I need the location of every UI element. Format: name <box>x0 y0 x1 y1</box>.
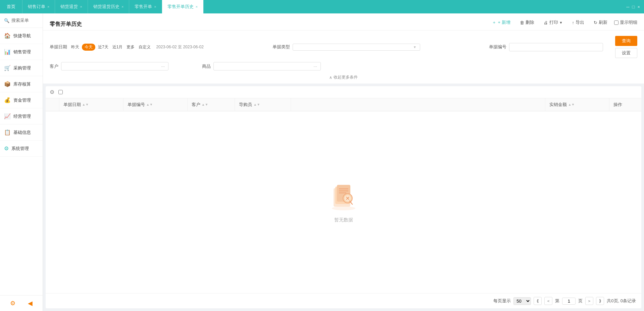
print-icon: 🖨 <box>544 20 548 25</box>
filter-date-item: 单据日期 昨天 今天 近7天 近1月 更多 自定义 2023-06-02 至 2… <box>50 44 204 51</box>
chevron-down-icon: ▼ <box>413 45 416 49</box>
data-table: 单据日期 ▲▼ 单据编号 ▲▼ 客户 <box>46 98 641 111</box>
filter-customer-select[interactable]: ··· <box>61 62 168 70</box>
page-prev-button[interactable]: ＜ <box>544 297 552 305</box>
filter-section: 单据日期 昨天 今天 近7天 近1月 更多 自定义 2023-06-02 至 2… <box>43 31 644 84</box>
page-size-select[interactable]: 50 10 20 100 <box>513 297 531 305</box>
tab-retail-open-label: 零售开单 <box>135 4 152 10</box>
print-button[interactable]: 🖨 打印 ▼ <box>541 18 565 27</box>
tab-sales-return-history-label: 销货退货历史 <box>93 4 119 10</box>
content-area: 零售开单历史 ＋ + 新增 🗑 删除 🖨 打印 ▼ ↑ 导出 <box>43 13 644 311</box>
delete-icon: 🗑 <box>520 20 524 25</box>
tab-sales-order-label: 销售订单 <box>28 4 45 10</box>
svg-point-0 <box>332 206 355 210</box>
delete-label: 删除 <box>526 19 534 25</box>
sidebar-item-purchase-mgmt[interactable]: 🛒 采购管理 <box>0 60 43 76</box>
pagination: 每页显示 50 10 20 100 ⟪ ＜ 第 页 ＞ ⟫ 共0页, 0条记录 <box>46 293 641 308</box>
tab-retail-open-history-close[interactable]: × <box>196 5 198 9</box>
sidebar-item-purchase-mgmt-label: 采购管理 <box>13 65 31 71</box>
sidebar-item-finance[interactable]: 💰 资金管理 <box>0 92 43 108</box>
tab-sales-return-close[interactable]: × <box>80 5 82 9</box>
sidebar-item-system[interactable]: ⚙ 系统管理 <box>0 141 43 157</box>
page-size-label: 每页显示 <box>493 298 511 304</box>
th-action: 操作 <box>609 98 641 111</box>
refresh-label: 刷新 <box>599 19 607 25</box>
query-button[interactable]: 查询 <box>615 36 637 46</box>
sidebar-item-basic-info[interactable]: 📋 基础信息 <box>0 124 43 141</box>
tab-retail-open-history[interactable]: 零售开单历史 × <box>162 0 203 13</box>
shortcut-more[interactable]: 更多 <box>125 44 136 51</box>
shortcut-yesterday[interactable]: 昨天 <box>70 44 81 51</box>
sidebar-item-inventory[interactable]: 📦 库存核算 <box>0 76 43 92</box>
th-number[interactable]: 单据编号 ▲▼ <box>123 98 187 111</box>
th-customer-label: 客户 <box>192 102 200 108</box>
tab-sales-order-close[interactable]: × <box>47 5 49 9</box>
show-detail-checkbox[interactable] <box>614 20 618 25</box>
window-minimize[interactable]: ─ <box>626 4 629 9</box>
select-all-checkbox[interactable] <box>58 90 63 94</box>
goods-dots: ··· <box>313 64 317 69</box>
sidebar-item-finance-label: 资金管理 <box>13 97 31 103</box>
sidebar-item-operations[interactable]: 📈 经营管理 <box>0 108 43 124</box>
th-date[interactable]: 单据日期 ▲▼ <box>59 98 123 111</box>
setting-button[interactable]: 设置 <box>615 48 637 58</box>
shortcut-custom[interactable]: 自定义 <box>137 44 152 51</box>
page-title: 零售开单历史 <box>50 21 82 28</box>
collapse-label: 收起更多条件 <box>334 74 358 80</box>
sidebar-item-system-label: 系统管理 <box>11 146 29 152</box>
tab-sales-order[interactable]: 销售订单 × <box>22 0 55 13</box>
refresh-button[interactable]: ↻ 刷新 <box>591 18 610 27</box>
page-first-button[interactable]: ⟪ <box>534 297 542 305</box>
sidebar-item-inventory-label: 库存核算 <box>13 81 31 87</box>
window-close[interactable]: × <box>637 4 640 9</box>
page-number-input[interactable] <box>562 298 576 305</box>
toolbar: ＋ + 新增 🗑 删除 🖨 打印 ▼ ↑ 导出 ↻ <box>489 18 637 30</box>
filter-number-label: 单据编号 <box>489 44 506 50</box>
gear-icon: ⚙ <box>4 145 9 152</box>
tab-sales-return[interactable]: 销货退货 × <box>55 0 88 13</box>
filter-number-input[interactable] <box>509 43 603 51</box>
sidebar-search-label: 搜索采单 <box>11 17 29 23</box>
tab-sales-return-history-close[interactable]: × <box>121 5 123 9</box>
th-salesperson-label: 导购员 <box>239 102 252 108</box>
filter-date-label: 单据日期 <box>50 44 67 50</box>
window-maximize[interactable]: □ <box>632 4 635 9</box>
export-button[interactable]: ↑ 导出 <box>569 18 587 27</box>
show-detail-checkbox-container[interactable]: 显示明细 <box>614 19 637 25</box>
tab-home[interactable]: 首页 <box>0 0 22 13</box>
main-layout: 🔍 搜索采单 🏠 快捷导航 📊 销售管理 🛒 采购管理 📦 库存核算 💰 资金管… <box>0 13 644 311</box>
date-range-display: 2023-06-02 至 2023-06-02 <box>156 44 203 50</box>
add-button[interactable]: ＋ + 新增 <box>489 18 513 27</box>
filter-type-item: 单据类型 ▼ <box>273 44 420 51</box>
filter-goods-select[interactable]: ··· <box>213 62 321 70</box>
pagination-total: 共0页, 0条记录 <box>607 298 636 304</box>
collapse-sidebar-icon[interactable]: ◀ <box>28 300 33 307</box>
sidebar-item-quick-nav[interactable]: 🏠 快捷导航 <box>0 28 43 44</box>
tab-sales-return-label: 销货退货 <box>60 4 78 10</box>
tab-retail-open-close[interactable]: × <box>154 5 156 9</box>
settings-bottom-icon[interactable]: ⚙ <box>10 300 15 307</box>
th-customer[interactable]: 客户 ▲▼ <box>187 98 235 111</box>
shortcut-last7[interactable]: 近7天 <box>97 44 110 51</box>
tab-home-label: 首页 <box>7 4 15 10</box>
th-number-label: 单据编号 <box>128 102 145 108</box>
collapse-bar[interactable]: ∧ 收起更多条件 <box>50 74 637 80</box>
tab-sales-return-history[interactable]: 销货退货历史 × <box>88 0 129 13</box>
filter-type-select[interactable]: ▼ <box>293 44 420 51</box>
filter-goods-label: 商品 <box>202 63 211 69</box>
sort-salesperson-icon: ▲▼ <box>253 103 260 106</box>
sort-number-icon: ▲▼ <box>146 103 153 106</box>
page-last-button[interactable]: ⟫ <box>596 297 604 305</box>
window-controls: ─ □ × <box>622 4 644 9</box>
delete-button[interactable]: 🗑 删除 <box>517 18 537 27</box>
tab-retail-open[interactable]: 零售开单 × <box>129 0 162 13</box>
table-settings-icon[interactable]: ⚙ <box>50 89 54 95</box>
sidebar-item-sales-mgmt[interactable]: 📊 销售管理 <box>0 44 43 60</box>
shortcut-today[interactable]: 今天 <box>82 44 95 51</box>
top-tabbar: 首页 销售订单 × 销货退货 × 销货退货历史 × 零售开单 × 零售开单历史 … <box>0 0 644 13</box>
shortcut-last-month[interactable]: 近1月 <box>111 44 124 51</box>
sidebar-search[interactable]: 🔍 搜索采单 <box>0 13 43 28</box>
th-salesperson[interactable]: 导购员 ▲▼ <box>235 98 291 111</box>
th-amount[interactable]: 实销金额 ▲▼ <box>545 98 609 111</box>
page-next-button[interactable]: ＞ <box>585 297 593 305</box>
